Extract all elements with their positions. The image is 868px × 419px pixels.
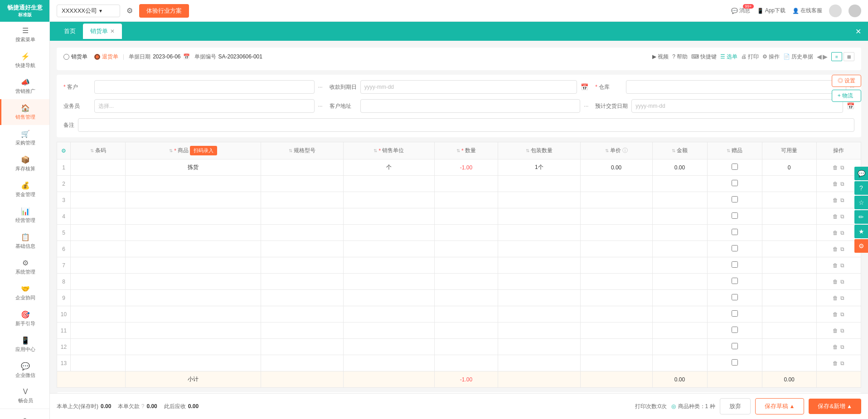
customer-input[interactable] <box>94 80 315 94</box>
calendar-expected-icon[interactable]: 📅 <box>847 102 854 110</box>
grid-view-icon[interactable]: ⊞ <box>844 52 854 61</box>
expected-date-input[interactable] <box>631 99 843 113</box>
app-download-button[interactable]: 📱 App下载 <box>757 7 786 14</box>
row-1-amount[interactable]: 0.00 <box>652 159 707 176</box>
row-del[interactable]: 🗑 <box>833 246 838 252</box>
message-button[interactable]: 💬 消息 99+ <box>731 7 750 14</box>
sidebar-settings[interactable]: ⚙ <box>0 414 49 419</box>
sidebar-item-basics[interactable]: 📋 基础信息 <box>0 228 49 254</box>
price-help-icon[interactable]: ⓘ <box>622 147 628 154</box>
sidebar-item-system[interactable]: ⚙ 系统管理 <box>0 254 49 280</box>
sidebar-item-purchase[interactable]: 🛒 采购管理 <box>0 125 49 151</box>
company-selector[interactable]: XXXXXX公司 ▾ <box>57 5 120 17</box>
discard-button[interactable]: 放弃 <box>720 398 751 414</box>
help-icon-due[interactable]: ? <box>141 403 145 409</box>
row-copy[interactable]: ⧉ <box>840 295 844 301</box>
sidebar-item-sales[interactable]: 🏠 销售管理 <box>0 99 49 125</box>
online-service-button[interactable]: 👤 在线客服 <box>792 7 822 14</box>
warehouse-input[interactable]: 建材仓 <box>626 80 846 94</box>
help-btn[interactable]: ? 帮助 <box>672 53 688 61</box>
tab-bar-close-icon[interactable]: ✕ <box>855 28 861 35</box>
list-view-icon[interactable]: ≡ <box>831 52 842 61</box>
sales-rep-input[interactable] <box>94 99 315 113</box>
row-del[interactable]: 🗑 <box>833 213 838 220</box>
float-btn-2[interactable]: ? <box>854 181 868 195</box>
row-copy[interactable]: ⧉ <box>840 197 844 203</box>
tab-close-icon[interactable]: ✕ <box>110 28 115 34</box>
prev-arrow[interactable]: ◀ <box>817 53 822 60</box>
float-btn-3[interactable]: ☆ <box>854 196 868 209</box>
video-btn[interactable]: ▶ 视频 <box>652 53 669 61</box>
shortcut-btn[interactable]: ⌨ 快捷键 <box>691 53 717 61</box>
float-btn-4[interactable]: ✏ <box>854 210 868 224</box>
float-btn-6[interactable]: ⚙ <box>854 239 868 253</box>
row-1-gift[interactable] <box>707 159 762 176</box>
row-del[interactable]: 🗑 <box>833 262 838 269</box>
row-1-barcode[interactable] <box>71 159 126 176</box>
row-1-spec[interactable] <box>261 159 344 176</box>
float-btn-1[interactable]: 💬 <box>854 167 868 180</box>
addr-dots-icon[interactable]: ··· <box>584 103 588 109</box>
logistics-button[interactable]: + 物流 <box>832 90 861 102</box>
row-1-gift-checkbox[interactable] <box>732 164 738 170</box>
row-1-product[interactable]: 拣货 <box>126 159 261 176</box>
row-copy[interactable]: ⧉ <box>840 181 844 187</box>
trial-button[interactable]: 体验行业方案 <box>139 4 189 18</box>
row-del[interactable]: 🗑 <box>833 197 838 203</box>
row-del[interactable]: 🗑 <box>833 360 838 366</box>
tab-sales-order[interactable]: 销货单 ✕ <box>83 24 122 39</box>
row-del[interactable]: 🗑 <box>833 327 838 334</box>
row-copy[interactable]: ⧉ <box>840 246 844 252</box>
row-copy[interactable]: ⧉ <box>840 344 844 350</box>
table-settings-icon[interactable]: ⚙ <box>61 148 66 154</box>
sidebar-item-finance[interactable]: 💰 资金管理 <box>0 177 49 202</box>
calendar-icon[interactable]: 📅 <box>183 53 190 60</box>
save-new-button[interactable]: 保存&新增 ▲ <box>809 399 861 414</box>
sales-rep-dots-icon[interactable]: ··· <box>318 103 323 109</box>
history-btn[interactable]: 📄 历史单据 <box>783 53 813 61</box>
row-copy[interactable]: ⧉ <box>840 262 844 269</box>
sidebar-item-wechat[interactable]: 💬 企业微信 <box>0 357 49 383</box>
scan-button[interactable]: 扫码录入 <box>190 146 217 155</box>
sidebar-item-inventory[interactable]: 📦 库存核算 <box>0 151 49 177</box>
row-del[interactable]: 🗑 <box>833 311 838 318</box>
customer-addr-input[interactable] <box>360 99 581 113</box>
calendar-due-icon[interactable]: 📅 <box>581 83 588 91</box>
row-1-price[interactable]: 0.00 <box>580 159 652 176</box>
float-btn-5[interactable]: ★ <box>854 225 868 238</box>
row-copy[interactable]: ⧉ <box>840 327 844 334</box>
row-copy[interactable]: ⧉ <box>840 230 844 236</box>
avatar[interactable] <box>829 5 842 17</box>
print-btn[interactable]: 🖨 打印 <box>741 53 759 61</box>
row-copy[interactable]: ⧉ <box>840 360 844 366</box>
note-input[interactable] <box>78 118 854 132</box>
draft-button[interactable]: 保存草稿 ▲ <box>755 398 805 414</box>
sidebar-item-members[interactable]: V 畅会员 <box>0 383 49 409</box>
sidebar-item-guide[interactable]: 🎯 新手引导 <box>0 306 49 332</box>
sidebar-item-app-center[interactable]: 📱 应用中心 <box>0 332 49 357</box>
sales-type-radio[interactable]: 销货单 <box>63 53 87 61</box>
sidebar-item-enterprise[interactable]: 🤝 企业协同 <box>0 280 49 306</box>
sidebar-item-operations[interactable]: 📊 经营管理 <box>0 202 49 228</box>
row-copy[interactable]: ⧉ <box>840 311 844 318</box>
row-1-pkg-qty[interactable]: 1个 <box>498 159 581 176</box>
operation-btn[interactable]: ⚙ 操作 <box>762 53 780 61</box>
row-del[interactable]: 🗑 <box>833 295 838 301</box>
return-type-radio[interactable]: 退货单 <box>94 53 118 61</box>
customer-dots-icon[interactable]: ··· <box>318 84 323 90</box>
row-copy[interactable]: ⧉ <box>840 213 844 220</box>
row-1-copy-icon[interactable]: ⧉ <box>840 164 844 171</box>
settings-button[interactable]: ◎ 设置 <box>832 75 861 87</box>
payment-due-input[interactable] <box>360 80 577 94</box>
row-1-quantity[interactable]: -1.00 <box>434 159 498 176</box>
row-del[interactable]: 🗑 <box>833 181 838 187</box>
row-copy[interactable]: ⧉ <box>840 279 844 285</box>
row-1-unit[interactable]: 个 <box>343 159 434 176</box>
row-1-delete-icon[interactable]: 🗑 <box>833 164 838 171</box>
row-del[interactable]: 🗑 <box>833 279 838 285</box>
tab-home[interactable]: 首页 <box>57 24 83 39</box>
next-arrow[interactable]: ▶ <box>823 53 828 60</box>
select-order-btn[interactable]: ☰ 选单 <box>720 53 737 61</box>
row-del[interactable]: 🗑 <box>833 230 838 236</box>
sidebar-item-marketing[interactable]: 📣 营销推广 <box>0 73 49 99</box>
